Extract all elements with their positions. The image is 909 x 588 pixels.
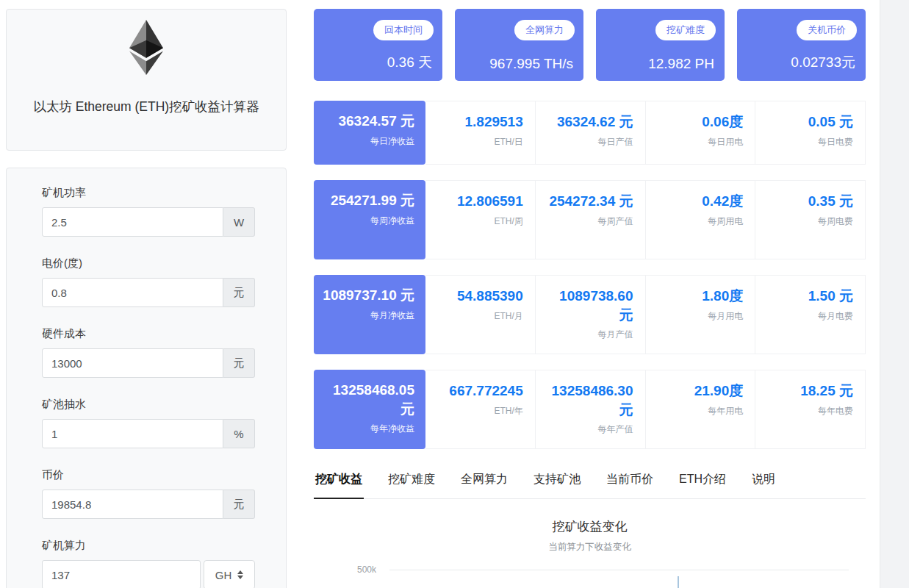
monthly-electricity-cost-cell: 1.50 元 每月电费: [755, 276, 865, 354]
tab-supported-pools[interactable]: 支持矿池: [532, 472, 582, 499]
select-caret-icon: [237, 570, 243, 579]
monthly-net-income-cell: 1089737.10 元 每月净收益: [314, 275, 425, 354]
tab-mining-difficulty[interactable]: 挖矿难度: [387, 472, 436, 499]
hashrate-unit-value: GH: [215, 569, 232, 581]
chart-title: 挖矿收益变化: [314, 518, 866, 535]
mining-difficulty-value: 12.982 PH: [648, 56, 714, 72]
tab-network-hashrate[interactable]: 全网算力: [459, 472, 509, 499]
chart-subtitle: 当前算力下收益变化: [314, 541, 866, 553]
income-stats: 36324.57 元 每日净收益 1.829513 ETH/日 36324.62…: [314, 101, 866, 449]
weekly-electricity-cost-cell: 0.35 元 每周电费: [755, 181, 865, 259]
monthly-output-cell: 1089738.60 元 每月产值: [535, 276, 645, 354]
electricity-price-unit-addon: 元: [223, 278, 255, 307]
daily-net-income-value: 36324.57 元: [338, 112, 414, 131]
hashrate-input[interactable]: [42, 560, 201, 588]
ethereum-logo: [129, 20, 163, 75]
summary-cards-row: 回本时间 0.36 天 全网算力 967.995 TH/s 挖矿难度 12.98…: [314, 9, 866, 81]
weekly-power-use-cell: 0.42度 每周用电: [645, 181, 755, 259]
form-group-electricity-price: 电价(度) 元: [42, 257, 255, 307]
pool-fee-input[interactable]: [42, 419, 223, 448]
yearly-output-cell: 13258486.30 元 每年产值: [535, 370, 645, 448]
daily-net-income-cell: 36324.57 元 每日净收益: [314, 101, 425, 165]
hardware-cost-input[interactable]: [42, 348, 223, 378]
network-hashrate-badge: 全网算力: [514, 20, 575, 40]
daily-stats-row: 36324.57 元 每日净收益 1.829513 ETH/日 36324.62…: [314, 101, 866, 165]
chart-header: 挖矿收益变化 当前算力下收益变化: [314, 518, 866, 553]
coin-price-unit-addon: 元: [223, 490, 255, 519]
electricity-price-input[interactable]: [42, 278, 223, 307]
chart-cursor-line: [678, 576, 679, 588]
yearly-power-use-cell: 21.90度 每年用电: [645, 370, 755, 448]
power-unit-addon: W: [223, 207, 255, 237]
weekly-stats-row: 254271.99 元 每周净收益 12.806591 ETH/周 254272…: [314, 180, 866, 259]
yearly-stats-row: 13258468.05 元 每年净收益 667.772245 ETH/年 132…: [314, 370, 866, 449]
yearly-eth-cell: 667.772245 ETH/年: [425, 370, 535, 448]
form-group-pool-fee: 矿池抽水 %: [42, 398, 255, 448]
monthly-eth-cell: 54.885390 ETH/月: [425, 276, 535, 354]
electricity-price-label: 电价(度): [42, 257, 255, 270]
tab-eth-intro[interactable]: ETH介绍: [678, 472, 727, 499]
yearly-net-income-label: 每年净收益: [370, 423, 414, 435]
y-axis-tick: 500k: [314, 564, 376, 575]
page: 以太坊 Ethereum (ETH)挖矿收益计算器 矿机功率 W 电价(度) 元…: [0, 0, 909, 588]
tab-mining-income[interactable]: 挖矿收益: [314, 472, 364, 499]
network-hashrate-card: 全网算力 967.995 TH/s: [455, 9, 583, 81]
hardware-cost-label: 硬件成本: [42, 327, 255, 341]
coin-price-label: 币价: [42, 468, 255, 482]
daily-electricity-cost-cell: 0.05 元 每日电费: [755, 101, 865, 164]
coin-price-input[interactable]: [42, 490, 223, 519]
daily-net-income-label: 每日净收益: [370, 135, 414, 148]
shutdown-price-value: 0.02733元: [791, 53, 855, 72]
yearly-net-income-cell: 13258468.05 元 每年净收益: [314, 370, 425, 449]
power-input[interactable]: [42, 207, 223, 237]
mining-difficulty-card: 挖矿难度 12.982 PH: [596, 9, 725, 81]
shutdown-price-card: 关机币价 0.02733元: [737, 9, 866, 81]
gridline: [389, 570, 849, 570]
pool-fee-unit-addon: %: [223, 419, 255, 448]
mining-difficulty-badge: 挖矿难度: [655, 20, 716, 40]
yearly-net-income-value: 13258468.05 元: [323, 381, 414, 418]
logo-panel: 以太坊 Ethereum (ETH)挖矿收益计算器: [6, 9, 287, 151]
monthly-net-income-value: 1089737.10 元: [323, 286, 414, 305]
calculator-form: 矿机功率 W 电价(度) 元 硬件成本 元: [6, 168, 287, 588]
weekly-net-income-label: 每周净收益: [370, 215, 414, 227]
payback-time-badge: 回本时间: [373, 20, 434, 40]
hashrate-unit-select[interactable]: GH: [204, 560, 255, 588]
shutdown-price-badge: 关机币价: [797, 20, 857, 40]
page-title: 以太坊 Ethereum (ETH)挖矿收益计算器: [7, 97, 286, 116]
form-group-hardware-cost: 硬件成本 元: [42, 327, 255, 378]
main-content: 回本时间 0.36 天 全网算力 967.995 TH/s 挖矿难度 12.98…: [314, 9, 866, 575]
sidebar: 以太坊 Ethereum (ETH)挖矿收益计算器 矿机功率 W 电价(度) 元…: [6, 9, 287, 588]
daily-output-cell: 36324.62 元 每日产值: [535, 101, 645, 164]
payback-time-card: 回本时间 0.36 天: [314, 9, 442, 81]
weekly-net-income-cell: 254271.99 元 每周净收益: [314, 180, 425, 259]
daily-power-use-cell: 0.06度 每日用电: [645, 101, 755, 164]
content-tabs: 挖矿收益 挖矿难度 全网算力 支持矿池 当前币价 ETH介绍 说明: [314, 472, 866, 499]
weekly-net-income-value: 254271.99 元: [331, 191, 414, 210]
form-group-hashrate: 矿机算力 GH: [42, 539, 255, 588]
payback-time-value: 0.36 天: [387, 53, 432, 72]
pool-fee-label: 矿池抽水: [42, 398, 255, 412]
monthly-stats-row: 1089737.10 元 每月净收益 54.885390 ETH/月 10897…: [314, 275, 866, 354]
monthly-power-use-cell: 1.80度 每月用电: [645, 276, 755, 354]
yearly-electricity-cost-cell: 18.25 元 每年电费: [755, 370, 865, 448]
page-background-strip: [880, 0, 909, 588]
hardware-cost-unit-addon: 元: [223, 348, 255, 378]
chart-axis-row: 500k: [314, 564, 866, 575]
form-group-coin-price: 币价 元: [42, 468, 255, 519]
weekly-output-cell: 254272.34 元 每周产值: [535, 181, 645, 259]
hashrate-label: 矿机算力: [42, 539, 255, 553]
daily-eth-cell: 1.829513 ETH/日: [425, 101, 535, 164]
monthly-net-income-label: 每月净收益: [370, 309, 414, 322]
power-label: 矿机功率: [42, 186, 255, 200]
tab-current-price[interactable]: 当前币价: [605, 472, 655, 499]
form-group-power: 矿机功率 W: [42, 186, 255, 237]
network-hashrate-value: 967.995 TH/s: [489, 56, 573, 72]
weekly-eth-cell: 12.806591 ETH/周: [425, 181, 535, 259]
tab-notes[interactable]: 说明: [750, 472, 777, 499]
